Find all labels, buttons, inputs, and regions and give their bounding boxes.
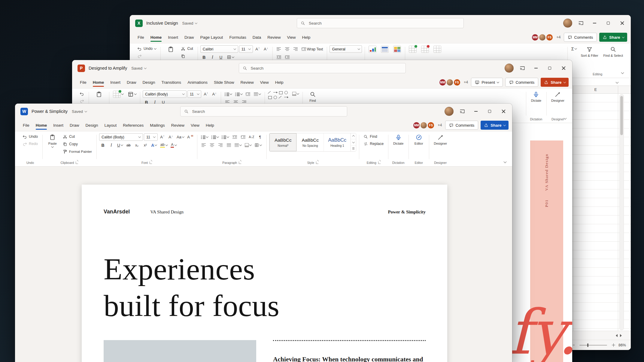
font-size-combo[interactable]: 11 bbox=[144, 133, 158, 141]
account-avatar-button[interactable] bbox=[442, 104, 456, 119]
bold-button[interactable]: B bbox=[99, 141, 107, 149]
numbering-button[interactable] bbox=[234, 90, 244, 98]
minimize-button[interactable] bbox=[469, 104, 483, 119]
vertical-scrollbar[interactable] bbox=[619, 94, 624, 330]
share-button[interactable]: Share bbox=[481, 121, 509, 130]
line-spacing-button[interactable] bbox=[233, 141, 243, 149]
designer-button[interactable]: Designer bbox=[432, 133, 449, 145]
change-case-button[interactable]: Aa bbox=[175, 133, 185, 141]
align-left-button[interactable] bbox=[200, 141, 207, 149]
italic-button[interactable]: I bbox=[108, 141, 115, 149]
align-center-button[interactable] bbox=[284, 45, 291, 53]
ppt-tab-view[interactable]: View bbox=[257, 77, 272, 87]
excel-autosave-status[interactable]: Saved bbox=[181, 20, 199, 27]
paste-button[interactable]: Paste bbox=[45, 133, 60, 147]
font-color-button[interactable]: A bbox=[169, 141, 178, 149]
zoom-in-button[interactable] bbox=[610, 342, 615, 348]
wrap-text-button[interactable]: Wrap Text bbox=[300, 45, 324, 53]
style-normal[interactable]: AaBbCc Normal* bbox=[269, 133, 296, 151]
formula-bar-collapse-button[interactable] bbox=[614, 79, 620, 84]
find-button[interactable]: Find bbox=[305, 90, 320, 102]
word-tab-home[interactable]: Home bbox=[33, 120, 50, 130]
text-highlight-button[interactable]: ab bbox=[159, 141, 169, 149]
column-header-e[interactable]: E bbox=[573, 86, 618, 93]
zoom-slider-thumb[interactable] bbox=[587, 343, 588, 347]
align-right-button[interactable] bbox=[292, 45, 299, 53]
font-size-combo[interactable]: 11 bbox=[187, 90, 201, 98]
line-spacing-button[interactable] bbox=[253, 90, 262, 98]
presence-avatar-photo[interactable] bbox=[539, 34, 546, 41]
autosum-button[interactable]: Σ bbox=[570, 45, 578, 53]
word-tab-insert[interactable]: Insert bbox=[50, 120, 66, 130]
powerpoint-search-box[interactable] bbox=[239, 63, 406, 73]
word-tab-mailings[interactable]: Mailings bbox=[147, 120, 168, 130]
ellipse-shape-icon[interactable] bbox=[284, 90, 289, 95]
grow-font-button[interactable]: A↑ bbox=[202, 90, 210, 98]
increase-indent-button[interactable] bbox=[244, 90, 252, 98]
cell-styles-button[interactable] bbox=[392, 45, 402, 53]
grow-font-button[interactable]: A↑ bbox=[254, 45, 261, 53]
comments-button[interactable]: Comments bbox=[564, 33, 597, 42]
undo-button[interactable]: Undo bbox=[21, 133, 40, 140]
powerpoint-app-icon[interactable]: P bbox=[77, 65, 85, 72]
presence-overflow-count[interactable]: +4 bbox=[464, 80, 468, 84]
align-left-button[interactable] bbox=[275, 45, 283, 53]
redo-button[interactable]: Redo bbox=[21, 140, 40, 147]
dialog-launcher-icon[interactable] bbox=[316, 161, 318, 164]
style-scroll-down-button[interactable] bbox=[351, 139, 356, 145]
increase-indent-button[interactable] bbox=[239, 133, 247, 141]
powerpoint-autosave-status[interactable]: Saved bbox=[129, 65, 148, 72]
word-tab-file[interactable]: File bbox=[20, 120, 32, 130]
zoom-slider[interactable] bbox=[579, 345, 607, 345]
word-tab-help[interactable]: Help bbox=[203, 120, 217, 130]
word-tab-review[interactable]: Review bbox=[168, 120, 187, 130]
borders-button[interactable] bbox=[253, 141, 263, 149]
shading-button[interactable] bbox=[244, 141, 253, 149]
style-gallery-expand-button[interactable] bbox=[351, 145, 356, 151]
excel-tab-view[interactable]: View bbox=[284, 32, 299, 42]
close-button[interactable] bbox=[497, 104, 510, 119]
justify-button[interactable] bbox=[225, 141, 232, 149]
excel-tab-insert[interactable]: Insert bbox=[165, 32, 181, 42]
cut-button[interactable]: Cut bbox=[61, 133, 77, 140]
presence-avatar-mm[interactable]: MM bbox=[531, 34, 539, 41]
minimize-button[interactable] bbox=[588, 15, 601, 31]
conditional-formatting-button[interactable] bbox=[367, 45, 378, 53]
presence-avatar-mm[interactable]: MM bbox=[439, 79, 446, 86]
scroll-right-icon[interactable] bbox=[620, 334, 622, 337]
word-tab-references[interactable]: References bbox=[120, 120, 147, 130]
word-app-icon[interactable]: W bbox=[20, 108, 28, 115]
presence-avatar-mm[interactable]: MM bbox=[413, 122, 420, 129]
arrow-shape-icon[interactable] bbox=[273, 90, 278, 95]
font-name-combo[interactable]: Calibri (Body) bbox=[143, 90, 187, 98]
presence-avatar-photo[interactable] bbox=[420, 122, 427, 129]
excel-tab-file[interactable]: File bbox=[135, 32, 147, 42]
presence-overflow-count[interactable]: +4 bbox=[438, 123, 442, 127]
undo-button[interactable]: Undo bbox=[135, 45, 158, 52]
maximize-button[interactable] bbox=[543, 60, 557, 76]
powerpoint-search-input[interactable] bbox=[250, 66, 402, 71]
comments-button[interactable]: Comments bbox=[445, 121, 478, 130]
number-format-combo[interactable]: General bbox=[330, 45, 362, 53]
share-button[interactable]: Share bbox=[541, 78, 569, 87]
account-avatar-button[interactable] bbox=[561, 15, 574, 31]
format-painter-button[interactable]: Format Painter bbox=[61, 148, 94, 155]
copy-button[interactable]: Copy bbox=[61, 140, 80, 148]
collapse-ribbon-button[interactable] bbox=[620, 70, 625, 75]
designer-button[interactable]: Designer bbox=[549, 90, 567, 102]
close-button[interactable] bbox=[615, 15, 629, 31]
present-button[interactable]: Present bbox=[471, 78, 503, 87]
minimize-button[interactable] bbox=[529, 60, 543, 76]
excel-app-icon[interactable]: X bbox=[135, 20, 143, 27]
find-select-button[interactable]: Find & Select bbox=[601, 45, 625, 58]
excel-tab-formulas[interactable]: Formulas bbox=[226, 32, 249, 42]
ppt-tab-review[interactable]: Review bbox=[237, 77, 257, 87]
collapse-ribbon-button[interactable] bbox=[502, 159, 508, 164]
excel-tab-page-layout[interactable]: Page Layout bbox=[197, 32, 226, 42]
presence-overflow-count[interactable]: +4 bbox=[556, 35, 560, 39]
presence-avatar-fs[interactable]: FS bbox=[546, 34, 553, 41]
shrink-font-button[interactable]: A↓ bbox=[211, 90, 218, 98]
excel-tab-home[interactable]: Home bbox=[147, 32, 165, 42]
align-center-button[interactable] bbox=[208, 141, 216, 149]
format-cells-button[interactable] bbox=[432, 45, 442, 53]
